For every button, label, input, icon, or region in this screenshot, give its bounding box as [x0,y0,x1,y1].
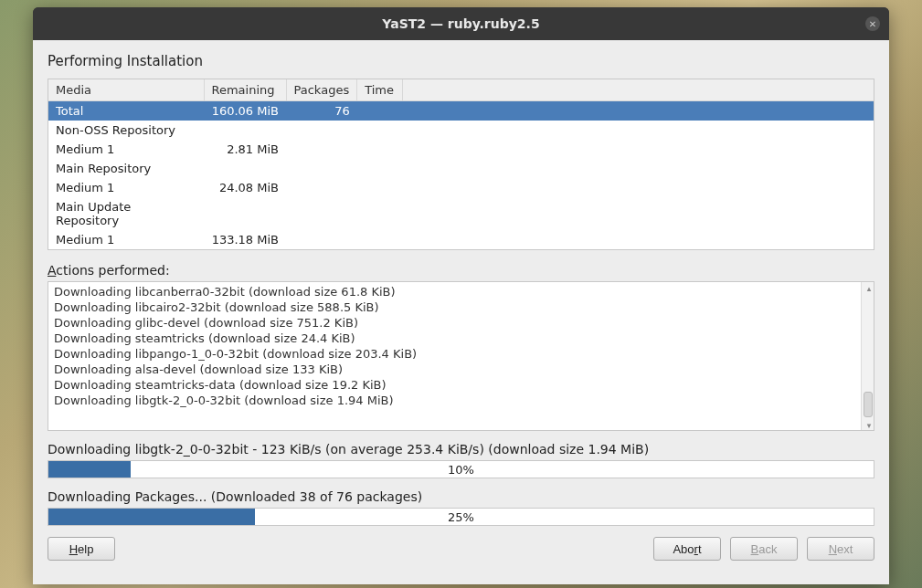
cell-filler [403,121,874,140]
col-time[interactable]: Time [357,79,403,101]
table-row[interactable]: Total160.06 MiB76 [48,101,874,121]
actions-label: Actions performed: [48,263,874,278]
current-download-status: Downloading libgtk-2_0-0-32bit - 123 KiB… [48,442,874,457]
cell-remaining [204,121,286,140]
cell-remaining: 2.81 MiB [204,140,286,159]
next-button[interactable]: Next [807,537,874,561]
cell-filler [403,101,874,121]
cell-remaining [204,197,286,230]
table-header-row: Media Remaining Packages Time [48,79,874,101]
titlebar[interactable]: YaST2 — ruby.ruby2.5 ✕ [33,7,889,40]
cell-time [357,178,403,197]
table-row[interactable]: Medium 1133.18 MiB [48,230,874,249]
actions-log[interactable]: Downloading libcanberra0-32bit (download… [48,281,874,431]
table-row[interactable]: Medium 124.08 MiB [48,178,874,197]
cell-time [357,140,403,159]
progress-label: 25% [48,509,874,525]
cell-media: Medium 1 [48,140,204,159]
log-line: Downloading libpango-1_0-0-32bit (downlo… [48,346,861,362]
cell-filler [403,197,874,230]
cell-time [357,230,403,249]
close-icon[interactable]: ✕ [865,16,880,31]
cell-packages [286,178,357,197]
cell-time [357,197,403,230]
page-title: Performing Installation [48,53,874,69]
cell-media: Total [48,101,204,121]
scroll-thumb[interactable] [864,392,873,417]
help-button[interactable]: Help [48,537,115,561]
col-packages[interactable]: Packages [286,79,357,101]
current-download-progress: 10% [48,460,874,478]
table-row[interactable]: Main Repository [48,159,874,178]
window-title: YaST2 — ruby.ruby2.5 [382,16,539,31]
cell-time [357,101,403,121]
content-area: Performing Installation Media Remaining … [33,40,889,584]
overall-status: Downloading Packages... (Downloaded 38 o… [48,489,874,504]
log-line: Downloading glibc-devel (download size 7… [48,315,861,331]
cell-filler [403,159,874,178]
cell-media: Main Repository [48,159,204,178]
table-row[interactable]: Medium 12.81 MiB [48,140,874,159]
abort-button[interactable]: Abort [653,537,721,561]
cell-packages [286,159,357,178]
back-button[interactable]: Back [730,537,798,561]
cell-packages: 76 [286,101,357,121]
progress-label: 10% [48,461,874,478]
scroll-up-icon[interactable]: ▴ [865,284,873,291]
col-filler [403,79,874,101]
media-table[interactable]: Media Remaining Packages Time Total160.0… [48,79,874,250]
scrollbar[interactable]: ▴ ▾ [861,282,874,430]
cell-remaining: 160.06 MiB [204,101,286,121]
cell-filler [403,230,874,249]
log-line: Downloading steamtricks (download size 2… [48,331,861,346]
cell-packages [286,197,357,230]
cell-filler [403,178,874,197]
cell-packages [286,121,357,140]
yast-window: YaST2 — ruby.ruby2.5 ✕ Performing Instal… [33,7,889,584]
cell-media: Main Update Repository [48,197,204,230]
cell-packages [286,230,357,249]
log-line: Downloading libcairo2-32bit (download si… [48,299,861,315]
cell-remaining [204,159,286,178]
cell-time [357,159,403,178]
col-remaining[interactable]: Remaining [204,79,286,101]
col-media[interactable]: Media [48,79,204,101]
cell-remaining: 133.18 MiB [204,230,286,249]
cell-media: Medium 1 [48,178,204,197]
table-row[interactable]: Non-OSS Repository [48,121,874,140]
log-line: Downloading libcanberra0-32bit (download… [48,284,861,299]
table-row[interactable]: Main Update Repository [48,197,874,230]
cell-media: Non-OSS Repository [48,121,204,140]
overall-progress: 25% [48,508,874,526]
cell-time [357,121,403,140]
cell-remaining: 24.08 MiB [204,178,286,197]
log-line: Downloading steamtricks-data (download s… [48,377,861,393]
log-line: Downloading alsa-devel (download size 13… [48,362,861,377]
scroll-down-icon[interactable]: ▾ [865,421,873,428]
log-line: Downloading libgtk-2_0-0-32bit (download… [48,393,861,408]
cell-filler [403,140,874,159]
cell-packages [286,140,357,159]
cell-media: Medium 1 [48,230,204,249]
button-bar: Help Abort Back Next [48,537,874,561]
